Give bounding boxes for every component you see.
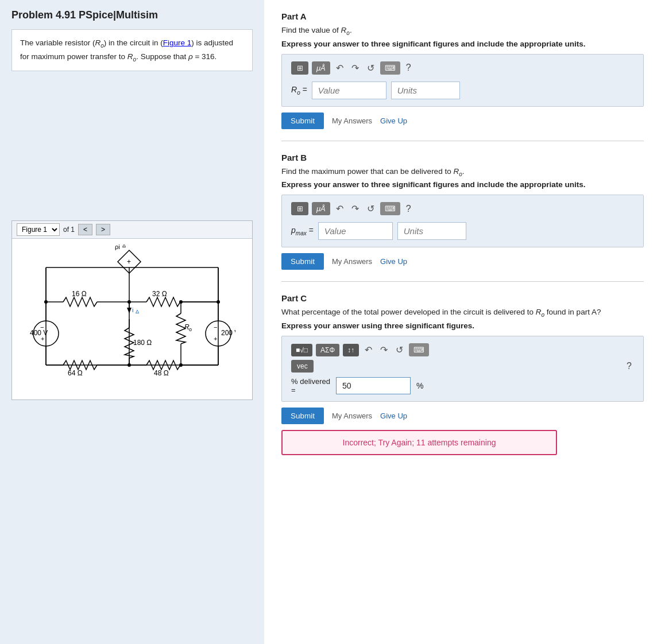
part-c-submit-btn[interactable]: Submit [281,408,324,424]
figure-prev-btn[interactable]: < [78,224,92,235]
part-a-redo-btn[interactable]: ↷ [349,61,361,75]
part-c-eq-label: % delivered= [291,377,330,394]
part-b-input-row: pmax = [291,222,634,240]
part-c-keyboard-btn[interactable]: ⌨ [409,343,429,356]
rho-value: ρ [188,52,193,61]
part-a-units-input[interactable] [391,82,460,99]
part-a-input-row: Ro = [291,82,634,99]
svg-point-30 [179,300,183,304]
ro-symbol: Ro [95,38,104,47]
part-c-answer-box: ■√□ AΣΦ ↕↑ ↶ ↷ ↺ ⌨ vec ? % delivered= % [281,336,644,402]
r48-label: 48 Ω [154,369,169,377]
part-c-toolbar-row2: vec ? [291,360,634,373]
part-c-arrows-btn[interactable]: ↕↑ [343,344,359,356]
part-b-value-input[interactable] [318,222,393,240]
part-a-refresh-btn[interactable]: ↺ [365,61,377,75]
figure-of: of 1 [63,226,75,234]
part-a-toolbar: ⊞ μÅ ↶ ↷ ↺ ⌨ ? [291,61,634,75]
part-a-mu-btn[interactable]: μÅ [312,61,330,75]
idelta-sub: Δ [136,309,139,315]
part-c-value-input[interactable] [336,377,411,394]
figure-content: + ρi Δ 16 Ω 32 [12,239,252,399]
part-a-help-btn[interactable]: ? [404,61,413,74]
part-b-undo-btn[interactable]: ↶ [334,202,346,215]
part-b-ro: Ro [453,167,462,176]
r16-label: 16 Ω [72,290,87,298]
part-b-answer-box: ⊞ μÅ ↶ ↷ ↺ ⌨ ? pmax = [281,195,644,247]
part-c-title: Part C [281,293,644,303]
part-a-ro: Ro [341,26,350,34]
ro-sub-label: o [189,327,192,332]
circuit-diagram: + ρi Δ 16 Ω 32 [29,245,235,394]
svg-marker-21 [127,308,132,313]
figure-select[interactable]: Figure 1 [17,223,60,236]
part-b-grid-btn[interactable]: ⊞ [291,202,308,215]
part-a-title: Part A [281,11,644,21]
incorrect-message: Incorrect; Try Again; 11 attempts remain… [281,430,557,455]
part-a-instruction: Find the value of Ro. [281,26,644,36]
part-c-instruction-bold: Express your answer using three signific… [281,321,644,330]
idelta-label: i [132,307,133,313]
part-a-my-answers[interactable]: My Answers [332,117,372,125]
v200-minus: − [214,324,217,331]
part-c-refresh-btn[interactable]: ↺ [393,343,405,356]
dep-source-plus: + [127,258,131,266]
part-b-redo-btn[interactable]: ↷ [349,202,361,215]
part-c-ro: Ro [536,308,544,316]
part-c-instruction: What percentage of the total power devel… [281,308,644,318]
figure1-link[interactable]: Figure 1 [163,38,192,47]
part-c-input-row: % delivered= % [291,377,634,394]
dep-source-label: ρi [115,245,120,250]
part-c-vec-btn[interactable]: vec [291,360,314,373]
part-a-keyboard-btn[interactable]: ⌨ [380,61,400,75]
description-text: The variable resistor (Ro) in the circui… [20,38,233,61]
r64-label: 64 Ω [68,369,83,377]
part-b-submit-btn[interactable]: Submit [281,253,324,270]
part-c-give-up[interactable]: Give Up [380,412,407,420]
right-panel: Part A Find the value of Ro. Express you… [264,0,661,644]
ro-symbol2: Ro [127,52,136,61]
part-a-submit-btn[interactable]: Submit [281,112,324,129]
part-c-redo-btn[interactable]: ↷ [378,343,390,356]
part-b-help-btn[interactable]: ? [404,203,413,215]
part-b-refresh-btn[interactable]: ↺ [365,202,377,215]
part-b-instruction: Find the maximum power that can be deliv… [281,167,644,177]
part-a-instruction-bold: Express your answer to three significant… [281,40,644,48]
part-b-give-up[interactable]: Give Up [380,257,407,266]
figure-box: Figure 1 of 1 < > [11,220,253,400]
part-b-keyboard-btn[interactable]: ⌨ [380,202,400,215]
svg-point-33 [217,300,220,304]
part-b-section: Part B Find the maximum power that can b… [281,153,644,282]
part-a-grid-btn[interactable]: ⊞ [291,61,308,75]
part-b-action-row: Submit My Answers Give Up [281,253,644,270]
part-a-value-input[interactable] [312,82,386,99]
part-c-percent: % [416,381,423,390]
figure-header: Figure 1 of 1 < > [12,221,252,239]
svg-point-28 [127,300,131,304]
v400-label: 400 V [30,329,48,337]
r180-label: 180 Ω [133,339,152,347]
part-a-section: Part A Find the value of Ro. Express you… [281,11,644,141]
part-a-action-row: Submit My Answers Give Up [281,112,644,129]
part-b-mu-btn[interactable]: μÅ [312,202,330,215]
left-panel: Problem 4.91 PSpice|Multisim The variabl… [0,0,264,644]
part-c-help-btn[interactable]: ? [624,360,634,373]
part-a-undo-btn[interactable]: ↶ [334,61,346,75]
part-a-give-up[interactable]: Give Up [380,117,407,125]
part-b-title: Part B [281,153,644,162]
part-b-instruction-bold: Express your answer to three significant… [281,180,644,189]
part-b-toolbar: ⊞ μÅ ↶ ↷ ↺ ⌨ ? [291,202,634,215]
part-b-eq-label: pmax = [291,226,314,236]
figure-next-btn[interactable]: > [96,224,110,235]
part-c-my-answers[interactable]: My Answers [332,412,372,420]
part-c-asigma-btn[interactable]: AΣΦ [316,344,339,356]
part-c-sqrt-btn[interactable]: ■√□ [291,344,312,356]
part-c-undo-btn[interactable]: ↶ [362,343,374,356]
part-b-units-input[interactable] [397,222,466,240]
part-c-toolbar-row1: ■√□ AΣΦ ↕↑ ↶ ↷ ↺ ⌨ [291,343,634,356]
part-c-section: Part C What percentage of the total powe… [281,293,644,467]
problem-title: Problem 4.91 PSpice|Multisim [11,9,253,21]
part-b-my-answers[interactable]: My Answers [332,257,372,266]
v200-label: 200 V [221,329,235,337]
problem-description: The variable resistor (Ro) in the circui… [11,29,253,71]
